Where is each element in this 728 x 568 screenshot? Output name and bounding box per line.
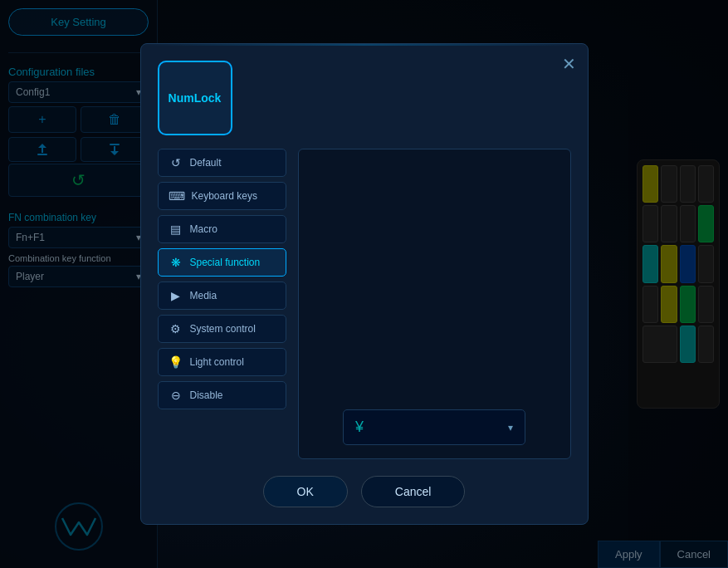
option-media-button[interactable]: ▶ Media <box>158 282 286 310</box>
option-default-button[interactable]: ↺ Default <box>158 149 286 177</box>
option-disable-button[interactable]: ⊖ Disable <box>158 381 286 409</box>
light-icon: 💡 <box>169 355 183 369</box>
modal-body: ↺ Default ⌨ Keyboard keys ▤ Macro ❋ Spec… <box>158 149 571 459</box>
option-keyboard-label: Keyboard keys <box>192 190 257 202</box>
media-icon: ▶ <box>169 289 183 302</box>
option-system-button[interactable]: ⚙ System control <box>158 315 286 343</box>
macro-icon: ▤ <box>169 223 183 236</box>
modal-footer: OK Cancel <box>158 473 571 507</box>
numlock-key-display: NumLock <box>158 61 232 135</box>
option-macro-label: Macro <box>190 223 217 235</box>
option-media-label: Media <box>190 290 217 301</box>
option-disable-label: Disable <box>190 389 223 401</box>
option-keyboard-button[interactable]: ⌨ Keyboard keys <box>158 182 286 210</box>
system-icon: ⚙ <box>169 322 183 335</box>
dropdown-value: ¥ <box>355 419 364 436</box>
option-system-label: System control <box>190 323 256 335</box>
option-special-button[interactable]: ❋ Special function <box>158 248 286 277</box>
disable-icon: ⊖ <box>169 389 183 402</box>
keyboard-icon: ⌨ <box>169 189 185 203</box>
option-light-button[interactable]: 💡 Light control <box>158 348 286 376</box>
content-panel: ¥ ▾ <box>298 149 571 459</box>
option-special-label: Special function <box>190 257 261 268</box>
modal-cancel-button[interactable]: Cancel <box>361 476 466 507</box>
modal-ok-button[interactable]: OK <box>263 476 348 507</box>
modal-dialog: ✕ NumLock ↺ Default ⌨ Keyboard keys ▤ Ma… <box>140 43 589 525</box>
modal-close-button[interactable]: ✕ <box>562 56 576 72</box>
function-dropdown[interactable]: ¥ ▾ <box>343 409 525 445</box>
option-light-label: Light control <box>190 356 244 368</box>
dropdown-arrow-icon: ▾ <box>508 422 513 433</box>
special-icon: ❋ <box>169 256 183 269</box>
default-icon: ↺ <box>169 156 183 169</box>
options-list: ↺ Default ⌨ Keyboard keys ▤ Macro ❋ Spec… <box>158 149 286 459</box>
option-default-label: Default <box>190 157 222 169</box>
option-macro-button[interactable]: ▤ Macro <box>158 215 286 243</box>
modal-overlay: ✕ NumLock ↺ Default ⌨ Keyboard keys ▤ Ma… <box>0 0 728 568</box>
